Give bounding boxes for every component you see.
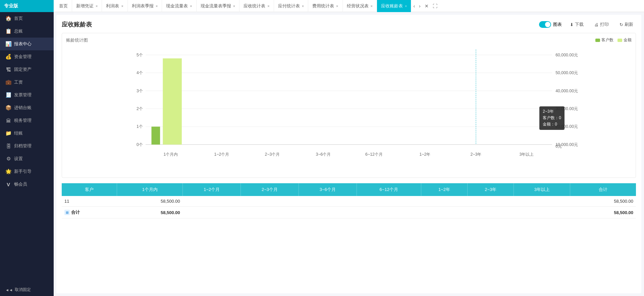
col-header-m23: 2~3个月	[241, 183, 299, 196]
table-header-row: 客户 1个月内 1~2个月 2~3个月 3~6个月 6~12个月 1~2年 2~…	[62, 183, 636, 196]
cell-m23	[241, 196, 299, 207]
sidebar-item-label: 畅会员	[14, 181, 27, 187]
cell-y12	[421, 196, 467, 207]
tab-close-icon[interactable]: ×	[96, 4, 98, 8]
archive-icon: 🗄	[5, 143, 11, 149]
tab-home[interactable]: 首页	[55, 0, 72, 12]
tab-expense-stats[interactable]: 费用统计表 ×	[308, 0, 342, 12]
sidebar-item-ledger[interactable]: 📋 总账	[0, 25, 54, 38]
svg-text:6~12个月: 6~12个月	[365, 152, 383, 157]
tab-nav-next[interactable]: ›	[417, 0, 423, 12]
tab-profit[interactable]: 利润表 ×	[102, 0, 127, 12]
sidebar-item-label: 归档管理	[14, 143, 32, 149]
bar-customer-0	[152, 127, 160, 144]
tab-nav-prev[interactable]: ‹	[411, 0, 417, 12]
sidebar-item-archive[interactable]: 🗄 归档管理	[0, 140, 54, 152]
svg-text:0个: 0个	[137, 142, 143, 147]
sidebar-item-invoice[interactable]: 🧾 发票管理	[0, 89, 54, 101]
sidebar-item-report[interactable]: 📊 报表中心	[0, 38, 54, 50]
sidebar-item-guide[interactable]: 🌟 新手引导	[0, 165, 54, 178]
toggle-label: 图表	[553, 21, 562, 28]
sidebar-item-purchase[interactable]: 📦 进销台账	[0, 101, 54, 114]
sidebar-item-settings[interactable]: ⚙ 设置	[0, 152, 54, 165]
tab-receivable-stats[interactable]: 应收统计表 ×	[239, 0, 274, 12]
tab-profit-quarter[interactable]: 利润表季报 ×	[128, 0, 162, 12]
print-label: 打印	[600, 21, 609, 28]
svg-text:20,000.00元: 20,000.00元	[555, 124, 578, 129]
tab-close-all[interactable]: ✕	[423, 0, 431, 12]
vip-icon: V	[5, 182, 11, 187]
tab-cashflow-quarter[interactable]: 现金流量表季报 ×	[197, 0, 239, 12]
home-icon: 🏠	[5, 15, 11, 21]
legend-customers-label: 客户数	[601, 37, 613, 43]
chart-legend: 客户数 金额	[595, 37, 632, 43]
cell-y3plus	[514, 196, 570, 207]
svg-text:50,000.00元: 50,000.00元	[555, 70, 578, 75]
total-label-text: 合计	[71, 209, 80, 215]
report-icon: 📊	[5, 41, 11, 47]
tab-new-voucher[interactable]: 新增凭证 ×	[72, 0, 102, 12]
svg-text:0元: 0元	[555, 144, 562, 149]
tab-close-icon[interactable]: ×	[302, 4, 304, 8]
tab-close-icon[interactable]: ×	[371, 4, 373, 8]
svg-text:3年以上: 3年以上	[520, 152, 534, 157]
legend-customers-color	[595, 39, 600, 42]
tab-payable-stats[interactable]: 应付统计表 ×	[274, 0, 308, 12]
download-icon: ⬇	[570, 22, 574, 27]
sidebar-item-home[interactable]: 🏠 首页	[0, 12, 54, 25]
tab-label: 现金流量表	[166, 3, 188, 9]
sidebar-item-label: 资金管理	[14, 54, 32, 60]
tab-label: 现金流量表季报	[201, 3, 231, 9]
sidebar-pin-toggle[interactable]: ◄◄ 取消固定	[0, 284, 54, 296]
sidebar-item-label: 报表中心	[14, 41, 32, 47]
tab-close-icon[interactable]: ×	[405, 4, 407, 8]
svg-text:2~3个月: 2~3个月	[265, 152, 280, 157]
total-m36	[299, 207, 357, 218]
chart-title: 账龄统计图	[66, 37, 632, 43]
refresh-icon: ↻	[620, 22, 623, 27]
tab-label: 费用统计表	[312, 3, 334, 9]
tab-home-label: 首页	[59, 3, 68, 9]
total-label-cell: ⊞ 合计	[62, 207, 117, 218]
svg-text:1个: 1个	[137, 124, 143, 129]
app-logo: 专业版	[0, 0, 54, 12]
tab-close-icon[interactable]: ×	[233, 4, 235, 8]
toolbar: 图表 ⬇ 下载 🖨 打印 ↻ 刷新	[539, 20, 636, 29]
svg-text:4个: 4个	[137, 70, 143, 75]
download-button[interactable]: ⬇ 下载	[567, 20, 586, 29]
data-table: 客户 1个月内 1~2个月 2~3个月 3~6个月 6~12个月 1~2年 2~…	[62, 183, 636, 218]
tab-close-icon[interactable]: ×	[190, 4, 192, 8]
tab-cashflow[interactable]: 现金流量表 ×	[162, 0, 196, 12]
sidebar-item-close[interactable]: 📁 结账	[0, 127, 54, 140]
tab-label: 利润表季报	[132, 3, 154, 9]
chart-toggle[interactable]: 图表	[539, 21, 562, 28]
tab-operations[interactable]: 经营状况表 ×	[343, 0, 377, 12]
tab-label: 应收账龄表	[381, 3, 403, 9]
tab-close-icon[interactable]: ×	[267, 4, 269, 8]
svg-text:3~6个月: 3~6个月	[316, 152, 331, 157]
tab-receivable-aging[interactable]: 应收账龄表 ×	[377, 0, 411, 12]
toggle-track[interactable]	[539, 21, 551, 28]
tab-close-icon[interactable]: ×	[121, 4, 123, 8]
page-title: 应收账龄表	[62, 20, 92, 29]
sidebar-item-fund[interactable]: 💰 资金管理	[0, 50, 54, 63]
cell-m12	[183, 196, 241, 207]
total-icon: ⊞	[64, 210, 70, 215]
toggle-thumb	[545, 22, 550, 27]
col-header-m36: 3~6个月	[299, 183, 357, 196]
tab-close-icon[interactable]: ×	[336, 4, 338, 8]
sidebar-item-vip[interactable]: V 畅会员	[0, 178, 54, 191]
tab-maximize[interactable]: ⛶	[431, 0, 439, 12]
tab-label: 应收统计表	[244, 3, 265, 9]
print-button[interactable]: 🖨 打印	[592, 20, 611, 29]
sidebar-item-asset[interactable]: 🏗 固定资产	[0, 63, 54, 76]
sidebar-item-salary[interactable]: 💼 工资	[0, 76, 54, 89]
sidebar-item-tax[interactable]: 🏛 税务管理	[0, 114, 54, 127]
pin-icon: ◄◄	[5, 288, 13, 292]
bar-amount-0	[163, 58, 181, 145]
total-total: 58,500.00	[570, 207, 636, 218]
svg-text:60,000.00元: 60,000.00元	[555, 53, 578, 57]
tab-label: 利润表	[106, 3, 119, 9]
tab-close-icon[interactable]: ×	[156, 4, 158, 8]
refresh-button[interactable]: ↻ 刷新	[617, 20, 636, 29]
